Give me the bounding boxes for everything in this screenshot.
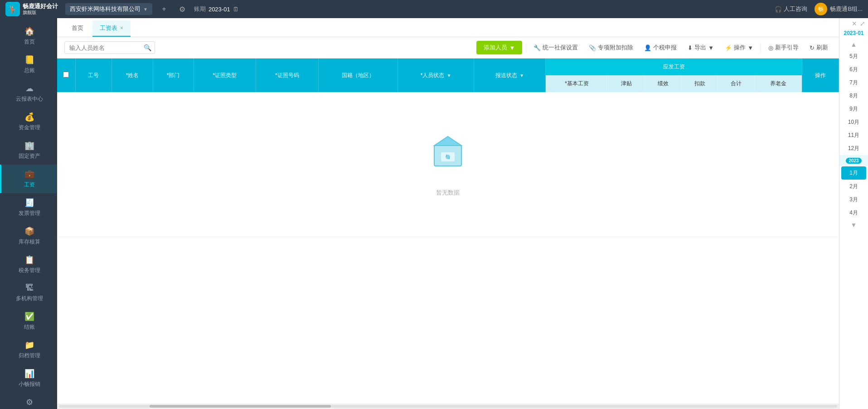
th-wage-group: 应发工资 xyxy=(546,58,802,75)
logo-icon: 🦌 xyxy=(5,2,20,16)
salary-icon: 💼 xyxy=(24,169,34,179)
scroll-up-arrow[interactable]: ▲ xyxy=(839,39,868,50)
toolbar-divider-1 xyxy=(526,43,526,52)
social-security-button[interactable]: 🔧 统一社保设置 xyxy=(530,42,582,54)
sidebar-item-asset[interactable]: 🏢 固定资产 xyxy=(0,136,57,165)
cloud-icon: ☁ xyxy=(25,83,34,93)
new-guide-icon: ◎ xyxy=(768,44,773,51)
service-button[interactable]: 🎧 人工咨询 xyxy=(775,5,807,13)
add-company-button[interactable]: + xyxy=(158,3,170,15)
th-checkbox[interactable] xyxy=(57,58,75,92)
sidebar: 🏠 首页 📒 总账 ☁ 云报表中心 💰 资金管理 🏢 固定资产 💼 工资 xyxy=(0,18,57,409)
search-field[interactable] xyxy=(69,44,142,51)
refresh-button[interactable]: ↻ 刷新 xyxy=(806,42,832,54)
special-deduct-icon: 📎 xyxy=(589,44,596,51)
panel-expand-button[interactable]: ⤢ xyxy=(860,20,865,27)
sidebar-item-expense[interactable]: 📊 小畅报销 xyxy=(0,364,57,393)
sidebar-item-cloud[interactable]: ☁ 云报表中心 xyxy=(0,79,57,107)
empty-text: 暂无数据 xyxy=(436,189,460,197)
month-2022-09[interactable]: 9月 xyxy=(839,102,868,116)
panel-top-buttons: ✕ ⤢ xyxy=(839,18,868,27)
th-performance: 绩效 xyxy=(645,75,681,92)
month-2023-02[interactable]: 2月 xyxy=(839,180,868,193)
avatar: 畅 xyxy=(815,3,827,15)
add-btn-label: 添加人员 xyxy=(484,44,507,52)
sidebar-label-checkout: 结账 xyxy=(24,323,35,331)
tab-home-label: 首页 xyxy=(72,24,83,32)
scrollbar-thumb[interactable] xyxy=(150,405,331,408)
operate-icon: ⚡ xyxy=(725,44,732,51)
search-input-wrapper[interactable]: 🔍 xyxy=(64,41,155,54)
sidebar-item-ledger[interactable]: 📒 总账 xyxy=(0,50,57,79)
month-2022-11[interactable]: 11月 xyxy=(839,129,868,142)
sidebar-label-cloud: 云报表中心 xyxy=(16,95,43,103)
month-2022-10[interactable]: 10月 xyxy=(839,116,868,129)
th-staff-id: 工号 xyxy=(75,58,112,92)
personal-tax-button[interactable]: 👤 个税申报 xyxy=(640,42,680,54)
user-info[interactable]: 畅 畅鹿通B组... xyxy=(815,3,863,15)
sidebar-label-asset: 固定资产 xyxy=(19,152,40,160)
table-body: 暂无数据 xyxy=(57,92,839,237)
sidebar-item-settings[interactable]: ⚙ 基础设置 xyxy=(0,393,57,409)
scroll-down-arrow[interactable]: ▼ xyxy=(839,219,868,230)
sidebar-item-invoice[interactable]: 🧾 发票管理 xyxy=(0,193,57,222)
empty-row: 暂无数据 xyxy=(57,92,839,237)
period-header[interactable]: 2023-01 xyxy=(839,27,868,39)
tab-close-icon[interactable]: × xyxy=(120,25,123,31)
status-filter-icon[interactable]: ▼ xyxy=(447,73,451,78)
special-deduct-label: 专项附加扣除 xyxy=(598,44,633,52)
toolbar-divider-2 xyxy=(761,43,761,52)
company-selector[interactable]: 西安虾米网络科技有限公司 ▼ xyxy=(65,3,152,15)
report-filter-icon[interactable]: ▼ xyxy=(519,73,524,78)
sidebar-label-invoice: 发票管理 xyxy=(19,209,40,217)
month-2023-01[interactable]: 1月 xyxy=(841,166,866,180)
month-2022-08[interactable]: 8月 xyxy=(839,89,868,102)
logo-text: 畅鹿通好会计 旗舰版 xyxy=(23,3,58,15)
operate-label: 操作 xyxy=(734,44,746,52)
tab-home[interactable]: 首页 xyxy=(64,20,91,37)
sidebar-item-archive[interactable]: 📁 归档管理 xyxy=(0,336,57,364)
calendar-icon[interactable]: 🗓 xyxy=(233,6,239,13)
scrollbar-track[interactable] xyxy=(59,405,837,408)
export-label: 导出 xyxy=(694,44,706,52)
sidebar-item-tax[interactable]: 📋 税务管理 xyxy=(0,250,57,279)
bottom-scrollbar[interactable] xyxy=(57,404,839,409)
operate-dropdown-icon: ▼ xyxy=(747,44,753,51)
th-pension: 养老金 xyxy=(755,75,802,92)
special-deduct-button[interactable]: 📎 专项附加扣除 xyxy=(585,42,637,54)
month-2022-12[interactable]: 12月 xyxy=(839,142,868,155)
new-guide-button[interactable]: ◎ 新手引导 xyxy=(765,42,802,54)
sidebar-item-fund[interactable]: 💰 资金管理 xyxy=(0,107,57,136)
sidebar-label-salary: 工资 xyxy=(24,181,35,189)
tabs-bar: 首页 工资表 × xyxy=(57,18,839,37)
export-button[interactable]: ⬇ 导出 ▼ xyxy=(684,42,718,54)
header-bar: 🦌 畅鹿通好会计 旗舰版 西安虾米网络科技有限公司 ▼ + ⚙ 账期 2023-… xyxy=(0,0,868,18)
month-2022-07[interactable]: 7月 xyxy=(839,76,868,89)
sidebar-item-checkout[interactable]: ✅ 结账 xyxy=(0,307,57,336)
th-report-status: 报送状态 ▼ xyxy=(474,58,545,92)
sidebar-item-home[interactable]: 🏠 首页 xyxy=(0,22,57,50)
service-label: 人工咨询 xyxy=(784,5,807,13)
select-all-checkbox[interactable] xyxy=(63,72,69,78)
operate-button[interactable]: ⚡ 操作 ▼ xyxy=(721,42,757,54)
tab-salary-table[interactable]: 工资表 × xyxy=(92,20,131,37)
month-2023-04[interactable]: 4月 xyxy=(839,206,868,219)
sidebar-item-multi[interactable]: 🏗 多机构管理 xyxy=(0,279,57,307)
empty-state: 暂无数据 xyxy=(61,96,835,233)
toolbar: 🔍 添加人员 ▼ 🔧 统一社保设置 📎 专项附加扣除 👤 xyxy=(57,37,839,58)
sidebar-item-inventory[interactable]: 📦 库存核算 xyxy=(0,222,57,250)
month-2022-05[interactable]: 5月 xyxy=(839,50,868,63)
month-2023-03[interactable]: 3月 xyxy=(839,193,868,206)
settings-icon[interactable]: ⚙ xyxy=(176,3,189,15)
sidebar-item-salary[interactable]: 💼 工资 xyxy=(0,165,57,193)
home-icon: 🏠 xyxy=(24,26,34,36)
empty-cell: 暂无数据 xyxy=(57,92,839,237)
month-2022-06[interactable]: 6月 xyxy=(839,63,868,76)
th-operate: 操作 xyxy=(802,58,839,92)
logo-area: 🦌 畅鹿通好会计 旗舰版 xyxy=(5,2,60,16)
export-dropdown-icon: ▼ xyxy=(708,44,714,51)
add-employee-button[interactable]: 添加人员 ▼ xyxy=(476,41,522,54)
sidebar-label-archive: 归档管理 xyxy=(19,352,40,360)
panel-close-button[interactable]: ✕ xyxy=(852,20,857,27)
year-2023-label: 2023 xyxy=(839,155,868,166)
